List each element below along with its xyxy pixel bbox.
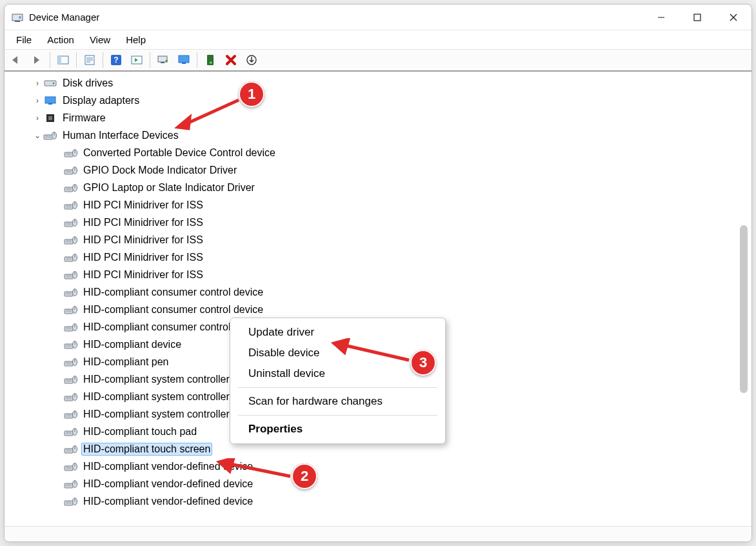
device-label: HID-compliant vendor-defined device: [83, 461, 253, 472]
category-label: Human Interface Devices: [63, 130, 179, 141]
category-row[interactable]: ›Firmware: [5, 109, 751, 126]
device-row[interactable]: HID PCI Minidriver for ISS: [5, 248, 751, 266]
update-driver-icon[interactable]: [243, 52, 261, 68]
help-icon[interactable]: ?: [107, 52, 125, 68]
device-label: HID-compliant touch screen: [83, 443, 210, 454]
hid-device-icon: [64, 182, 78, 194]
menu-file[interactable]: File: [8, 30, 39, 49]
monitor-icon[interactable]: [175, 52, 193, 68]
chevron-right-icon[interactable]: ›: [32, 79, 43, 88]
svg-rect-17: [161, 62, 164, 63]
category-row[interactable]: ⌄Human Interface Devices: [5, 126, 751, 144]
hid-device-icon: [64, 147, 78, 159]
console-tree-icon[interactable]: [54, 52, 72, 68]
hid-device-icon: [64, 165, 78, 176]
toolbar-separator: [103, 52, 103, 68]
action-pane-icon[interactable]: [128, 52, 146, 68]
device-row[interactable]: HID PCI Minidriver for ISS: [5, 214, 751, 231]
device-row[interactable]: HID-compliant vendor-defined device: [5, 475, 751, 492]
device-label: HID-compliant device: [83, 339, 181, 350]
hid-device-icon: [64, 461, 78, 472]
context-menu-item[interactable]: Properties: [230, 419, 445, 440]
svg-point-23: [53, 82, 55, 84]
svg-text:?: ?: [114, 56, 118, 65]
remove-device-icon[interactable]: [222, 52, 240, 68]
device-row[interactable]: HID-compliant vendor-defined device: [5, 458, 751, 475]
device-row[interactable]: HID PCI Minidriver for ISS: [5, 266, 751, 283]
status-bar: [5, 526, 751, 541]
device-row[interactable]: GPIO Laptop or Slate Indicator Driver: [5, 179, 751, 196]
toolbar-separator: [76, 52, 77, 68]
menu-action[interactable]: Action: [39, 30, 82, 49]
device-tree[interactable]: ›Disk drives›Display adapters›Firmware⌄H…: [5, 74, 751, 526]
device-label: HID PCI Minidriver for ISS: [83, 234, 203, 245]
hid-device-icon: [64, 304, 78, 316]
device-row[interactable]: GPIO Dock Mode Indicator Driver: [5, 161, 751, 179]
hid-device-icon: [64, 269, 78, 281]
minimize-button[interactable]: [643, 5, 679, 30]
scan-hardware-icon[interactable]: [154, 52, 172, 68]
properties-icon[interactable]: [81, 52, 99, 68]
device-tree-pane: ›Disk drives›Display adapters›Firmware⌄H…: [5, 72, 751, 526]
context-menu-item[interactable]: Scan for hardware changes: [230, 391, 445, 412]
device-row[interactable]: HID-compliant consumer control device: [5, 283, 751, 301]
menu-help[interactable]: Help: [118, 30, 154, 49]
category-row[interactable]: ›Display adapters: [5, 92, 751, 109]
titlebar: Device Manager: [5, 5, 751, 30]
category-label: Disk drives: [63, 77, 113, 88]
chevron-right-icon[interactable]: ›: [32, 96, 43, 105]
svg-rect-27: [48, 116, 52, 120]
forward-icon[interactable]: [28, 52, 46, 68]
close-button[interactable]: [715, 5, 751, 30]
device-row[interactable]: Converted Portable Device Control device: [5, 144, 751, 161]
enable-device-icon[interactable]: [201, 52, 219, 68]
svg-rect-1: [15, 21, 20, 22]
window-title: Device Manager: [29, 12, 99, 23]
toolbar: ?: [5, 50, 751, 72]
hid-device-icon: [64, 356, 78, 368]
svg-rect-19: [182, 63, 186, 64]
back-icon[interactable]: [7, 52, 25, 68]
chevron-right-icon[interactable]: ›: [32, 114, 43, 123]
device-label: HID PCI Minidriver for ISS: [83, 269, 203, 280]
hid-device-icon: [64, 252, 78, 263]
svg-point-2: [19, 16, 21, 19]
window-controls: [643, 5, 751, 30]
context-menu-item[interactable]: Update driver: [230, 322, 445, 343]
svg-rect-4: [694, 14, 701, 21]
hid-device-icon: [64, 443, 78, 455]
category-label: Firmware: [63, 112, 106, 123]
device-label: HID PCI Minidriver for ISS: [83, 199, 203, 210]
hid-device-icon: [64, 426, 78, 438]
svg-rect-18: [179, 56, 189, 63]
device-row[interactable]: HID-compliant vendor-defined device: [5, 492, 751, 510]
hid-device-icon: [64, 234, 78, 246]
device-label: GPIO Dock Mode Indicator Driver: [83, 165, 237, 176]
device-label: HID-compliant vendor-defined device: [83, 478, 253, 489]
device-row[interactable]: HID-compliant consumer control device: [5, 301, 751, 318]
svg-rect-24: [45, 97, 55, 103]
device-label: HID-compliant system controller: [83, 391, 230, 402]
menu-view[interactable]: View: [82, 30, 118, 49]
context-menu-separator: [238, 387, 437, 388]
svg-rect-20: [207, 55, 214, 65]
category-icon: [43, 95, 57, 106]
chevron-down-icon[interactable]: ⌄: [32, 131, 43, 140]
device-label: HID-compliant pen: [83, 356, 169, 367]
hid-device-icon: [64, 478, 78, 490]
device-row[interactable]: HID PCI Minidriver for ISS: [5, 231, 751, 248]
device-row[interactable]: HID PCI Minidriver for ISS: [5, 196, 751, 214]
scrollbar-thumb[interactable]: [740, 225, 748, 393]
device-label: HID-compliant consumer control device: [83, 304, 263, 315]
hid-device-icon: [64, 496, 78, 507]
category-icon: [43, 77, 57, 89]
svg-rect-25: [48, 103, 52, 105]
category-row[interactable]: ›Disk drives: [5, 74, 751, 92]
maximize-button[interactable]: [679, 5, 715, 30]
context-menu: Update driverDisable deviceUninstall dev…: [230, 318, 446, 444]
hid-device-icon: [64, 339, 78, 350]
device-label: HID-compliant touch pad: [83, 426, 197, 437]
toolbar-separator: [50, 52, 50, 68]
hid-device-icon: [64, 287, 78, 298]
category-icon: [43, 130, 57, 141]
